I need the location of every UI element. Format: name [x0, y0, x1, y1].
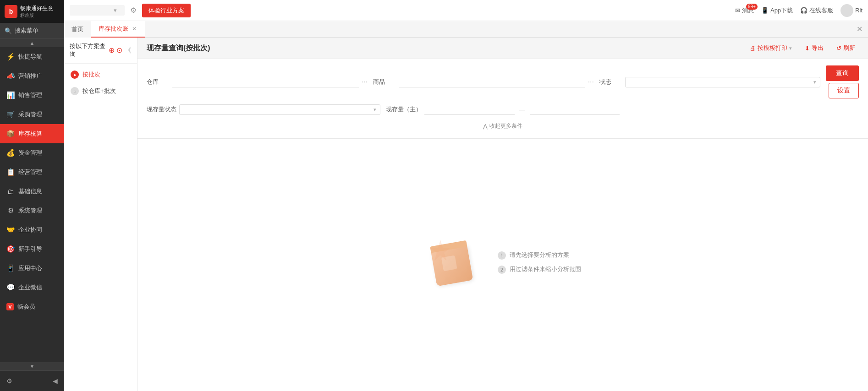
- sidebar-item-appstore[interactable]: 📱 应用中心: [0, 259, 64, 278]
- print-dropdown-icon[interactable]: ▾: [789, 45, 792, 51]
- stock-status-field: 现存量状态 ▾: [147, 104, 380, 115]
- filter-row-2: 现存量状态 ▾ 现存量（主） —: [147, 104, 859, 115]
- product-more-btn[interactable]: ···: [588, 78, 594, 86]
- sidebar-item-operations[interactable]: 📋 经营管理: [0, 163, 64, 182]
- product-field: 商品 ···: [373, 76, 594, 87]
- stock-qty-from-input[interactable]: [424, 104, 515, 115]
- sidebar-item-label: 快捷导航: [18, 53, 42, 61]
- sidebar-item-member[interactable]: V 畅会员: [0, 297, 64, 316]
- phone-icon: 📱: [761, 7, 769, 14]
- scheme-by-batch[interactable]: ● 按批次: [64, 66, 137, 83]
- product-input[interactable]: [399, 76, 585, 87]
- sidebar-item-enterprise[interactable]: 🤝 企业协同: [0, 220, 64, 239]
- page-title: 现存量查询(按批次): [147, 43, 210, 53]
- add-scheme-btn[interactable]: ⊕: [109, 47, 115, 54]
- sidebar-item-label: 库存核算: [18, 130, 42, 138]
- print-btn[interactable]: 🖨 按模板打印 ▾: [746, 42, 796, 54]
- topbar-search-input[interactable]: [74, 7, 111, 14]
- step1-num: 1: [498, 251, 506, 260]
- filter-schemes-list: ● 按批次 ○ 按仓库+批次: [64, 64, 137, 391]
- page-header: 现存量查询(按批次) 🖨 按模板打印 ▾ ⬇ 导出 ↺ 刷新: [137, 38, 868, 59]
- sidebar-item-label: 经营管理: [18, 168, 42, 176]
- enterprise-icon: 🤝: [6, 226, 15, 234]
- tab-panel-close-btn[interactable]: ✕: [851, 21, 868, 38]
- messages-btn[interactable]: ✉ 消息 99+: [735, 6, 754, 15]
- headset-icon: 🎧: [800, 7, 808, 14]
- sidebar-item-marketing[interactable]: 📣 营销推广: [0, 66, 64, 86]
- sidebar-item-inventory[interactable]: 📦 库存核算: [0, 124, 64, 143]
- scheme-by-batch-label: 按批次: [82, 71, 100, 79]
- stock-qty-to-input[interactable]: [530, 104, 620, 115]
- sidebar-item-sales[interactable]: 📊 销售管理: [0, 86, 64, 105]
- tabbar: 首页 库存批次账 ✕ ✕: [64, 21, 868, 38]
- filter-collapse-btn[interactable]: ⋀ 收起更多条件: [147, 120, 859, 132]
- tab-inventory-batch[interactable]: 库存批次账 ✕: [91, 21, 145, 38]
- tab-home[interactable]: 首页: [64, 21, 91, 38]
- sidebar-item-label: 营销推广: [18, 72, 42, 80]
- nav-items-list: ⚡ 快捷导航 📣 营销推广 📊 销售管理 🛒 采购管理 📦 库存核算 💰 资金管…: [0, 47, 64, 362]
- sidebar-collapse-btn[interactable]: ◀: [51, 375, 60, 386]
- sidebar-item-label: 畅会员: [17, 303, 35, 311]
- status-caret-icon: ▾: [813, 79, 816, 85]
- status-field: 状态 ▾: [599, 77, 820, 87]
- trial-solution-btn[interactable]: 体验行业方案: [142, 4, 191, 17]
- filter-area: 仓库 ··· 商品 ··· 状态 ▾: [137, 59, 868, 139]
- message-badge: 99+: [746, 4, 758, 10]
- tab-inventory-batch-label: 库存批次账: [99, 25, 128, 33]
- inventory-icon: 📦: [6, 130, 15, 138]
- scheme-by-warehouse-batch[interactable]: ○ 按仓库+批次: [64, 83, 137, 99]
- refresh-icon: ↺: [836, 45, 841, 52]
- message-icon: ✉: [735, 7, 740, 14]
- page-header-actions: 🖨 按模板打印 ▾ ⬇ 导出 ↺ 刷新: [746, 42, 859, 54]
- sidebar-item-system[interactable]: ⚙ 系统管理: [0, 201, 64, 220]
- company-name: 畅康通好生意: [20, 5, 53, 12]
- sidebar-item-wechat[interactable]: 💬 企业微信: [0, 278, 64, 297]
- collapse-panel-btn[interactable]: 《: [124, 47, 132, 54]
- topbar-right-actions: ✉ 消息 99+ 📱 App下载 🎧 在线客服 Rit: [735, 4, 863, 17]
- warehouse-more-btn[interactable]: ···: [362, 78, 368, 86]
- sidebar-item-label: 企业协同: [18, 226, 42, 234]
- status-label: 状态: [599, 78, 622, 86]
- filter-collapse-label: 收起更多条件: [489, 122, 522, 130]
- warehouse-input[interactable]: [172, 76, 359, 87]
- sidebar-item-shortcuts[interactable]: ⚡ 快捷导航: [0, 47, 64, 66]
- refresh-btn[interactable]: ↺ 刷新: [833, 42, 859, 54]
- stock-status-select[interactable]: ▾: [179, 104, 380, 115]
- sidebar-settings-btn[interactable]: ⚙: [5, 375, 14, 386]
- sidebar-item-basic[interactable]: 🗂 基础信息: [0, 182, 64, 201]
- sidebar-item-newuser[interactable]: 🎯 新手引导: [0, 239, 64, 259]
- search-menu-btn[interactable]: 🔍 搜索菜单: [0, 23, 64, 39]
- purchase-icon: 🛒: [6, 110, 15, 119]
- sidebar-scroll-down[interactable]: ▼: [0, 362, 64, 370]
- username-label: Rit: [855, 7, 863, 14]
- sidebar-item-purchase[interactable]: 🛒 采购管理: [0, 105, 64, 124]
- member-icon: V: [6, 303, 14, 310]
- app-title-block: 畅康通好生意 标准版: [20, 5, 53, 19]
- topbar-dropdown-icon[interactable]: ▾: [114, 7, 117, 14]
- topbar: ▾ ⚙ 体验行业方案 ✉ 消息 99+ 📱 App下载 🎧 在线客服 Rit: [64, 0, 868, 21]
- user-avatar-btn[interactable]: Rit: [841, 4, 863, 17]
- filter-panel: 按以下方案查询 ⊕ ⊙ 《 ● 按批次 ○ 按仓库+批次: [64, 38, 137, 391]
- query-btn[interactable]: 查询: [826, 65, 859, 81]
- status-select[interactable]: ▾: [625, 77, 820, 87]
- topbar-gear-icon[interactable]: ⚙: [128, 4, 138, 16]
- topbar-input-area[interactable]: ▾: [70, 5, 125, 16]
- sidebar-item-label: 新手引导: [18, 245, 42, 253]
- warehouse-field: 仓库 ···: [147, 76, 368, 87]
- svg-marker-0: [430, 240, 450, 261]
- config-scheme-btn[interactable]: ⊙: [116, 47, 122, 54]
- wechat-icon: 💬: [6, 283, 15, 292]
- tab-close-btn[interactable]: ✕: [131, 25, 137, 33]
- scheme-active-icon: ●: [71, 71, 79, 79]
- settings-btn[interactable]: 设置: [829, 83, 859, 98]
- main-area: ▾ ⚙ 体验行业方案 ✉ 消息 99+ 📱 App下载 🎧 在线客服 Rit: [64, 0, 868, 391]
- app-download-btn[interactable]: 📱 App下载: [761, 6, 793, 15]
- warehouse-label: 仓库: [147, 78, 170, 86]
- collapse-chevron-icon: ⋀: [483, 123, 488, 130]
- sidebar-item-label: 采购管理: [18, 110, 42, 119]
- export-btn[interactable]: ⬇ 导出: [801, 42, 827, 54]
- sidebar-scroll-up[interactable]: ▲: [0, 39, 64, 47]
- sidebar-item-finance[interactable]: 💰 资金管理: [0, 143, 64, 163]
- online-service-btn[interactable]: 🎧 在线客服: [800, 6, 833, 15]
- filter-panel-title: 按以下方案查询: [70, 42, 109, 59]
